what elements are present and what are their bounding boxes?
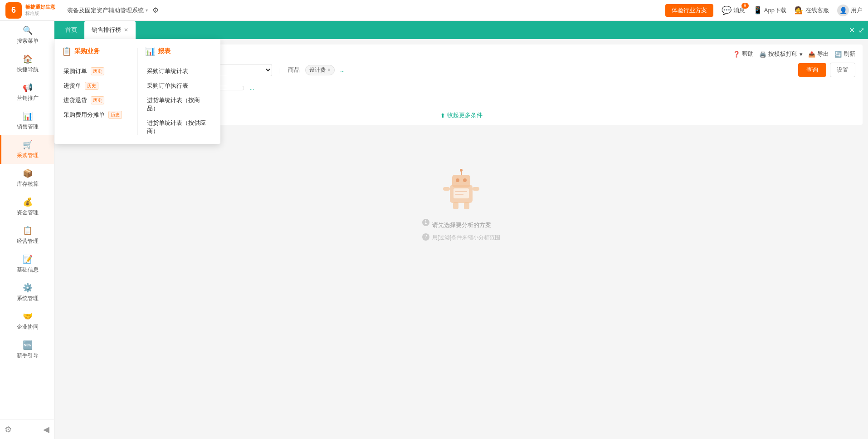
empty-illustration	[434, 167, 488, 212]
system-title-dropdown[interactable]: ▾	[146, 8, 148, 13]
sidebar-label-search: 搜索菜单	[17, 37, 39, 45]
top-bar: 6 畅捷通好生意 标准版 装备及固定资产辅助管理系统 ▾ ⚙ 体验行业方案 💬 …	[0, 0, 868, 21]
sidebar-item-home[interactable]: 🏠 快捷导航	[0, 49, 54, 78]
tab-bar: 首页 销售排行榜 ✕ ✕ ⤢	[54, 21, 868, 39]
industry-btn[interactable]: 体验行业方案	[665, 4, 713, 17]
separator-2: |	[279, 67, 281, 74]
svg-rect-9	[464, 202, 469, 209]
tab-close-icon[interactable]: ✕	[124, 27, 128, 33]
menu-item-purchase-receipt[interactable]: 进货单 历史	[62, 79, 130, 93]
user-btn[interactable]: 👤 用户	[837, 5, 863, 16]
app-download-label: App下载	[764, 6, 786, 15]
empty-tip-1-row: 1 请先选择要分析的方案	[422, 216, 491, 229]
dropdown-col-1-title: 📋 采购业务	[62, 44, 130, 61]
basic-icon: 📝	[23, 254, 33, 264]
tab-sales-rank[interactable]: 销售排行榜 ✕	[84, 21, 136, 39]
app-download-btn[interactable]: 📱 App下载	[753, 6, 786, 15]
empty-tip-1: 请先选择要分析的方案	[432, 221, 491, 229]
empty-state: 1 请先选择要分析的方案 2 用[过滤]条件来缩小分析范围	[60, 130, 863, 278]
sidebar-label-system: 系统管理	[17, 295, 39, 302]
sidebar-item-finance[interactable]: 💰 资金管理	[0, 192, 54, 221]
print-dropdown-icon: ▾	[800, 51, 803, 58]
sidebar-item-search[interactable]: 🔍 搜索菜单	[0, 21, 54, 49]
sidebar-item-sales[interactable]: 📊 销售管理	[0, 107, 54, 135]
tab-close-all-icon[interactable]: ✕	[849, 26, 855, 35]
sidebar-label-marketing: 营销推广	[17, 94, 39, 102]
query-btn[interactable]: 查询	[798, 63, 826, 77]
menu-item-report-3-label: 进货单统计表（按商品）	[147, 96, 212, 113]
menu-item-purchase-order[interactable]: 采购订单 历史	[62, 64, 130, 79]
sidebar-item-marketing[interactable]: 📢 营销推广	[0, 78, 54, 107]
tab-actions: ✕ ⤢	[849, 26, 864, 35]
goods-tag-close-btn[interactable]: ×	[327, 67, 331, 73]
online-service-label: 在线客服	[805, 6, 829, 15]
help-btn[interactable]: ❓ 帮助	[733, 50, 754, 58]
doc-status-select[interactable]	[218, 64, 272, 76]
sidebar-item-enterprise[interactable]: 🤝 企业协同	[0, 307, 54, 335]
refresh-btn[interactable]: 🔄 刷新	[834, 50, 855, 58]
print-btn[interactable]: 🖨️ 按模板打印 ▾	[759, 50, 803, 58]
menu-item-report-3[interactable]: 进货单统计表（按商品）	[145, 93, 214, 116]
tab-home[interactable]: 首页	[58, 21, 84, 39]
salesperson-more-btn[interactable]: ...	[249, 85, 254, 91]
sidebar-label-sales: 销售管理	[17, 123, 39, 131]
menu-item-report-2[interactable]: 采购订单执行表	[145, 79, 214, 93]
enterprise-icon: 🤝	[23, 311, 33, 321]
sidebar-item-basic[interactable]: 📝 基础信息	[0, 250, 54, 278]
sidebar-item-purchase[interactable]: 🛒 采购管理	[0, 135, 54, 164]
sidebar-menu: 🔍 搜索菜单 🏠 快捷导航 📢 营销推广 📊 销售管理 🛒 采购管理 📦 库存核…	[0, 21, 54, 419]
history-badge-3: 历史	[108, 111, 122, 119]
sidebar-label-enterprise: 企业协同	[17, 323, 39, 331]
sidebar-label-home: 快捷导航	[17, 66, 39, 74]
menu-item-report-1[interactable]: 采购订单统计表	[145, 64, 214, 79]
user-avatar: 👤	[837, 5, 849, 16]
print-icon: 🖨️	[759, 51, 766, 58]
online-service-btn[interactable]: 💁 在线客服	[795, 6, 829, 15]
menu-item-purchase-return-label: 进货退货	[63, 96, 87, 104]
tab-expand-icon[interactable]: ⤢	[858, 26, 864, 35]
export-label: 导出	[817, 50, 829, 58]
app-name: 畅捷通好生意	[25, 4, 55, 10]
logo-icon: 6	[5, 2, 22, 19]
tab-home-label: 首页	[65, 26, 77, 34]
menu-item-purchase-return[interactable]: 进货退货 历史	[62, 93, 130, 108]
sidebar-bottom: ⚙ ◀	[0, 419, 54, 439]
collapse-btn[interactable]: ⬆ 收起更多条件	[440, 111, 483, 119]
collapse-label: 收起更多条件	[447, 111, 483, 119]
sidebar-label-inventory: 库存核算	[17, 180, 39, 188]
setting-btn[interactable]: 设置	[830, 63, 855, 77]
empty-tip-2-bullet: 2	[422, 233, 429, 241]
empty-tip-1-bullet: 1	[422, 219, 429, 226]
help-label: 帮助	[742, 50, 754, 58]
dropdown-col-2: 📊 报表 采购订单统计表 采购订单执行表 进货单统计表（按商品） 进货单统计表（…	[138, 44, 221, 138]
messages-btn[interactable]: 💬 9 消息	[722, 5, 745, 15]
operations-icon: 📋	[23, 226, 33, 236]
messages-badge: 9	[741, 3, 749, 9]
dropdown-col-1: 📋 采购业务 采购订单 历史 进货单 历史 进货退货 历史 采购费用分摊单 历史	[54, 44, 137, 138]
sales-icon: 📊	[23, 111, 33, 121]
sidebar-item-inventory[interactable]: 📦 库存核算	[0, 164, 54, 192]
sidebar-collapse-btn[interactable]: ◀	[43, 424, 49, 434]
goods-tag: 设计费 ×	[305, 65, 335, 75]
export-icon: 📤	[808, 51, 815, 58]
settings-icon[interactable]: ⚙	[152, 6, 159, 15]
export-btn[interactable]: 📤 导出	[808, 50, 829, 58]
goods-more-btn[interactable]: ...	[340, 67, 345, 73]
sidebar-label-guide: 新手引导	[17, 352, 39, 360]
svg-rect-10	[454, 188, 469, 198]
purchase-icon: 🛒	[23, 140, 33, 150]
purchase-business-label: 采购业务	[74, 47, 100, 55]
sidebar-item-guide[interactable]: 🆕 新手引导	[0, 335, 54, 364]
menu-item-purchase-expense-label: 采购费用分摊单	[63, 111, 105, 119]
refresh-icon: 🔄	[834, 51, 842, 58]
sidebar-label-purchase: 采购管理	[17, 152, 39, 159]
menu-item-purchase-receipt-label: 进货单	[63, 82, 81, 90]
svg-point-5	[460, 169, 463, 172]
sidebar-label-finance: 资金管理	[17, 209, 39, 217]
sidebar-item-system[interactable]: ⚙️ 系统管理	[0, 278, 54, 307]
sidebar-settings-btn[interactable]: ⚙	[5, 424, 12, 434]
menu-item-purchase-expense[interactable]: 采购费用分摊单 历史	[62, 108, 130, 122]
goods-label: 商品	[288, 66, 300, 74]
menu-item-report-4[interactable]: 进货单统计表（按供应商）	[145, 116, 214, 138]
sidebar-item-operations[interactable]: 📋 经营管理	[0, 221, 54, 250]
